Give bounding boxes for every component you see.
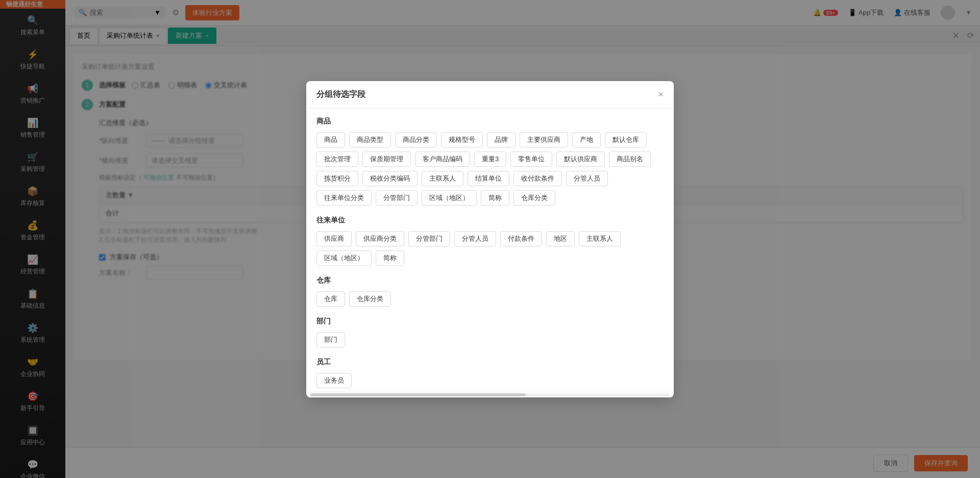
modal-hscroll[interactable] — [306, 392, 674, 397]
field-tags-warehouse: 仓库仓库分类 — [316, 291, 664, 307]
field-tag-goods-8[interactable]: 批次管理 — [316, 152, 358, 167]
field-tag-department-0[interactable]: 部门 — [316, 332, 345, 347]
modal-overlay: 分组待选字段 × 商品商品商品类型商品分类规格型号品牌主要供应商产地默认仓库批次… — [0, 0, 980, 478]
field-tag-partner-6[interactable]: 主联系人 — [579, 231, 621, 246]
field-tag-goods-1[interactable]: 商品类型 — [349, 132, 391, 147]
field-tags-employee: 业务员 — [316, 373, 664, 388]
field-tag-goods-4[interactable]: 品牌 — [487, 132, 516, 147]
field-tag-goods-24[interactable]: 简称 — [481, 190, 509, 206]
field-tag-goods-23[interactable]: 区域（地区） — [422, 190, 477, 206]
field-tag-goods-15[interactable]: 拣货积分 — [316, 171, 358, 186]
field-tag-goods-12[interactable]: 零售单位 — [510, 152, 552, 167]
field-tag-goods-20[interactable]: 分管人员 — [566, 171, 608, 186]
field-group-title-partner: 往来单位 — [316, 216, 664, 225]
field-tag-partner-2[interactable]: 分管部门 — [408, 231, 450, 246]
field-tag-goods-6[interactable]: 产地 — [572, 132, 601, 147]
field-tag-goods-17[interactable]: 主联系人 — [422, 171, 463, 186]
field-tags-goods: 商品商品类型商品分类规格型号品牌主要供应商产地默认仓库批次管理保质期管理客户商品… — [316, 132, 664, 206]
field-tag-goods-16[interactable]: 税收分类编码 — [362, 171, 418, 186]
hscroll-thumb — [310, 393, 526, 396]
field-tag-goods-22[interactable]: 分管部门 — [376, 190, 418, 206]
field-group-goods: 商品商品商品类型商品分类规格型号品牌主要供应商产地默认仓库批次管理保质期管理客户… — [316, 117, 664, 206]
field-group-title-employee: 员工 — [316, 358, 664, 367]
field-tag-goods-10[interactable]: 客户商品编码 — [415, 152, 470, 167]
field-tag-partner-3[interactable]: 分管人员 — [454, 231, 496, 246]
field-group-partner: 往来单位供应商供应商分类分管部门分管人员付款条件地区主联系人区域（地区）简称 — [316, 216, 664, 266]
field-group-title-department: 部门 — [316, 317, 664, 326]
field-tag-goods-25[interactable]: 仓库分类 — [513, 190, 555, 206]
field-tag-partner-4[interactable]: 付款条件 — [500, 231, 542, 246]
modal-close-btn[interactable]: × — [658, 89, 664, 100]
hscroll-track — [310, 393, 670, 396]
field-tag-goods-21[interactable]: 往来单位分类 — [316, 190, 372, 206]
modal-title: 分组待选字段 — [316, 89, 365, 100]
field-tag-goods-13[interactable]: 默认供应商 — [556, 152, 605, 167]
field-tag-goods-2[interactable]: 商品分类 — [395, 132, 437, 147]
field-group-department: 部门部门 — [316, 317, 664, 347]
field-tag-partner-8[interactable]: 简称 — [376, 250, 404, 266]
field-group-employee: 员工业务员 — [316, 358, 664, 388]
field-tag-partner-1[interactable]: 供应商分类 — [356, 231, 404, 246]
field-group-warehouse: 仓库仓库仓库分类 — [316, 276, 664, 307]
field-tag-warehouse-0[interactable]: 仓库 — [316, 291, 345, 307]
modal-body: 商品商品商品类型商品分类规格型号品牌主要供应商产地默认仓库批次管理保质期管理客户… — [306, 109, 674, 392]
field-tag-employee-0[interactable]: 业务员 — [316, 373, 352, 388]
field-tag-goods-7[interactable]: 默认仓库 — [605, 132, 647, 147]
field-tag-goods-18[interactable]: 结算单位 — [468, 171, 509, 186]
field-tag-goods-19[interactable]: 收付款条件 — [513, 171, 562, 186]
field-tag-partner-0[interactable]: 供应商 — [316, 231, 352, 246]
field-tag-goods-0[interactable]: 商品 — [316, 132, 345, 147]
field-tag-goods-9[interactable]: 保质期管理 — [362, 152, 411, 167]
modal: 分组待选字段 × 商品商品商品类型商品分类规格型号品牌主要供应商产地默认仓库批次… — [306, 81, 674, 397]
field-tag-warehouse-1[interactable]: 仓库分类 — [349, 291, 391, 307]
field-tag-goods-14[interactable]: 商品别名 — [609, 152, 651, 167]
field-tags-department: 部门 — [316, 332, 664, 347]
modal-header: 分组待选字段 × — [306, 81, 674, 109]
field-group-title-goods: 商品 — [316, 117, 664, 126]
field-tags-partner: 供应商供应商分类分管部门分管人员付款条件地区主联系人区域（地区）简称 — [316, 231, 664, 266]
field-tag-goods-11[interactable]: 重量3 — [474, 152, 506, 167]
field-tag-partner-7[interactable]: 区域（地区） — [316, 250, 372, 266]
field-tag-goods-3[interactable]: 规格型号 — [441, 132, 483, 147]
field-tag-partner-5[interactable]: 地区 — [546, 231, 575, 246]
field-tag-goods-5[interactable]: 主要供应商 — [520, 132, 568, 147]
field-group-title-warehouse: 仓库 — [316, 276, 664, 285]
